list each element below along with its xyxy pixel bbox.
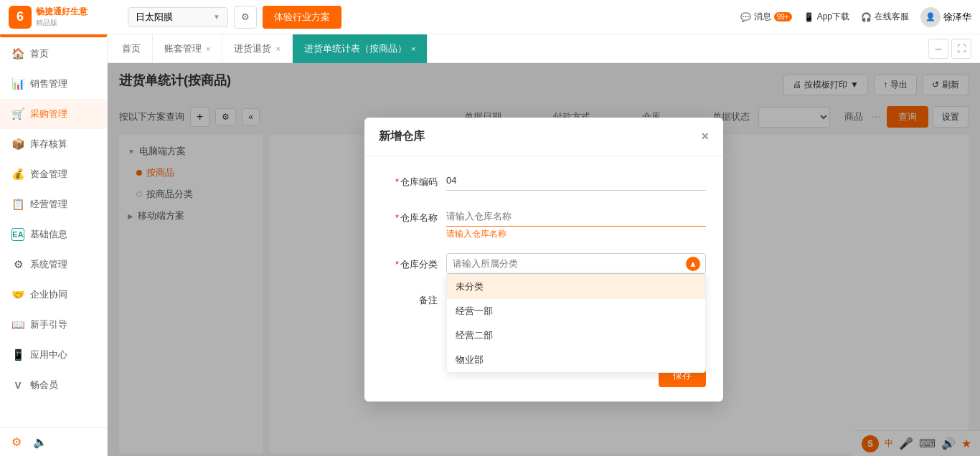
tab-account-close[interactable]: × <box>206 44 210 53</box>
sidebar-label-guide: 新手引导 <box>30 318 67 331</box>
guide-icon: 📖 <box>11 318 24 331</box>
tab-minimize-button[interactable]: ─ <box>928 39 948 59</box>
message-button[interactable]: 💬 消息 99+ <box>740 11 792 23</box>
sidebar-item-finance[interactable]: 💰 资金管理 <box>0 159 107 189</box>
code-input[interactable] <box>446 171 706 191</box>
user-menu[interactable]: 👤 徐泽华 <box>920 7 971 27</box>
category-input-wrap: ▲ 未分类 经营一部 经营二部 物业部 <box>446 253 706 274</box>
top-header: 6 畅捷通好生意 精品版 日太阳膜 ▼ ⚙ 体验行业方案 💬 消息 99+ 📱 … <box>0 0 980 34</box>
gear-icon: ⚙ <box>241 11 250 22</box>
sidebar-label-operations: 经营管理 <box>30 198 67 211</box>
sidebar-label-purchase: 采购管理 <box>30 108 67 120</box>
store-name: 日太阳膜 <box>136 11 173 24</box>
form-row-code: 仓库编码 <box>382 171 706 194</box>
sidebar-item-app-center[interactable]: 📱 应用中心 <box>0 340 107 370</box>
store-selector[interactable]: 日太阳膜 ▼ <box>128 7 228 27</box>
tab-purchase-stat-close[interactable]: × <box>411 44 415 53</box>
sidebar-label-cooperation: 企业协同 <box>30 288 67 301</box>
sidebar-item-home[interactable]: 🏠 首页 <box>0 39 107 69</box>
cooperation-icon: 🤝 <box>11 288 24 301</box>
sidebar-settings-icon[interactable]: ⚙ <box>11 435 22 449</box>
sidebar-item-sales[interactable]: 📊 销售管理 <box>0 69 107 99</box>
app-download-button[interactable]: 📱 App下载 <box>804 11 849 23</box>
sidebar-top-bar <box>0 34 107 37</box>
new-warehouse-modal: 新增仓库 × 仓库编码 仓库名称 <box>364 118 723 402</box>
form-row-name: 仓库名称 请输入仓库名称 <box>382 206 706 240</box>
sidebar-item-member[interactable]: V 畅会员 <box>0 370 107 400</box>
dropdown-item-dept2[interactable]: 经营二部 <box>447 323 705 348</box>
user-name: 徐泽华 <box>943 11 971 24</box>
sidebar-label-home: 首页 <box>30 47 49 60</box>
category-input[interactable] <box>446 253 706 274</box>
sidebar-item-guide[interactable]: 📖 新手引导 <box>0 310 107 340</box>
tab-account[interactable]: 账套管理 × <box>153 34 222 63</box>
page-area: 进货单统计(按商品) 🖨 按模板打印 ▼ ↑ 导出 ↺ 刷新 <box>108 63 980 456</box>
minimize-icon: ─ <box>936 44 942 54</box>
sidebar-label-system: 系统管理 <box>30 258 67 271</box>
tab-account-label: 账套管理 <box>164 42 202 55</box>
sidebar-item-inventory[interactable]: 📦 库存核算 <box>0 129 107 159</box>
headset-icon: 🎧 <box>861 12 872 22</box>
tab-home[interactable]: 首页 <box>110 34 153 63</box>
tab-home-label: 首页 <box>122 42 141 55</box>
tab-return-close[interactable]: × <box>275 44 280 53</box>
note-label: 备注 <box>382 289 446 312</box>
sidebar-item-cooperation[interactable]: 🤝 企业协同 <box>0 280 107 310</box>
sidebar: 🏠 首页 📊 销售管理 🛒 采购管理 📦 库存核算 💰 资金管理 📋 经营管理 … <box>0 34 108 456</box>
service-label: 在线客服 <box>875 11 909 23</box>
settings-button[interactable]: ⚙ <box>234 6 257 29</box>
category-dropdown: 未分类 经营一部 经营二部 物业部 <box>446 274 706 373</box>
tab-expand-button[interactable]: ⛶ <box>951 39 971 59</box>
modal-close-button[interactable]: × <box>701 129 709 144</box>
sidebar-label-member: 畅会员 <box>30 379 58 391</box>
name-label: 仓库名称 <box>382 206 446 229</box>
home-icon: 🏠 <box>11 47 24 60</box>
dropdown-item-dept1[interactable]: 经营一部 <box>447 299 705 323</box>
logo-text: 畅捷通好生意 精品版 <box>36 6 88 28</box>
sidebar-sound-icon[interactable]: 🔈 <box>33 435 47 449</box>
code-input-wrap <box>446 171 706 191</box>
sidebar-label-finance: 资金管理 <box>30 168 67 181</box>
mobile-icon: 📱 <box>804 12 814 22</box>
operations-icon: 📋 <box>11 198 24 211</box>
main-layout: 🏠 首页 📊 销售管理 🛒 采购管理 📦 库存核算 💰 资金管理 📋 经营管理 … <box>0 34 980 456</box>
online-service-button[interactable]: 🎧 在线客服 <box>861 11 909 23</box>
user-avatar: 👤 <box>920 7 941 27</box>
message-label: 消息 <box>754 11 771 23</box>
sales-icon: 📊 <box>11 77 24 90</box>
name-input-wrap: 请输入仓库名称 <box>446 206 706 240</box>
sidebar-bottom: ⚙ 🔈 <box>0 427 107 456</box>
store-chevron-icon: ▼ <box>213 13 220 21</box>
purchase-icon: 🛒 <box>11 108 24 120</box>
tab-return-label: 进货退货 <box>234 42 271 55</box>
app-download-label: App下载 <box>817 11 849 23</box>
sidebar-label-sales: 销售管理 <box>30 77 67 90</box>
app-center-icon: 📱 <box>11 348 24 361</box>
sidebar-item-system[interactable]: ⚙ 系统管理 <box>0 250 107 280</box>
sidebar-label-inventory: 库存核算 <box>30 138 67 151</box>
modal-header: 新增仓库 × <box>364 118 723 156</box>
sidebar-item-operations[interactable]: 📋 经营管理 <box>0 189 107 219</box>
dropdown-item-unclassified[interactable]: 未分类 <box>447 275 705 299</box>
member-icon: V <box>11 379 24 391</box>
tab-return[interactable]: 进货退货 × <box>222 34 292 63</box>
tabs-bar: 首页 账套管理 × 进货退货 × 进货单统计表（按商品） × ─ ⛶ <box>108 34 980 63</box>
system-icon: ⚙ <box>11 258 24 271</box>
sidebar-item-basic-info[interactable]: EA 基础信息 <box>0 219 107 250</box>
tabs-right-buttons: ─ ⛶ <box>928 39 977 59</box>
sidebar-item-purchase[interactable]: 🛒 采购管理 <box>0 99 107 129</box>
message-badge: 99+ <box>774 12 792 22</box>
tab-purchase-stat[interactable]: 进货单统计表（按商品） × <box>293 34 428 63</box>
sidebar-label-app-center: 应用中心 <box>30 348 67 361</box>
category-chevron-icon[interactable]: ▲ <box>686 257 700 271</box>
finance-icon: 💰 <box>11 168 24 181</box>
name-input[interactable] <box>446 206 706 227</box>
modal-title: 新增仓库 <box>379 129 425 144</box>
dropdown-item-property[interactable]: 物业部 <box>447 348 705 372</box>
name-error-msg: 请输入仓库名称 <box>446 228 706 240</box>
trial-button[interactable]: 体验行业方案 <box>263 6 341 29</box>
message-icon: 💬 <box>740 12 751 22</box>
category-label: 仓库分类 <box>382 253 446 276</box>
inventory-icon: 📦 <box>11 138 24 151</box>
form-row-category: 仓库分类 ▲ 未分类 经营一部 经营二部 物业部 <box>382 253 706 276</box>
